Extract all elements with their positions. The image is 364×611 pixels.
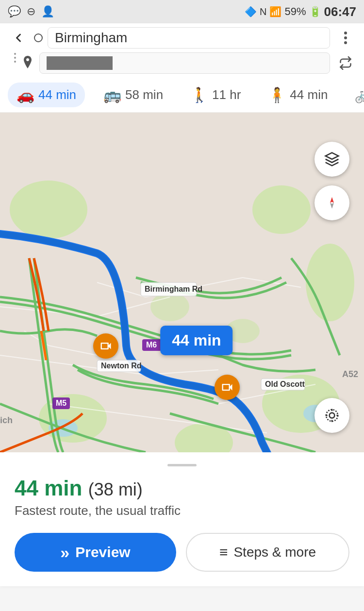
tab-car-label: 44 min xyxy=(38,87,76,102)
speed-camera-marker-2 xyxy=(215,375,240,400)
map-container[interactable]: Birmingham Rd Newton Rd Old Oscott M6 M5… xyxy=(0,113,364,452)
svg-point-5 xyxy=(252,185,311,234)
tab-bike[interactable]: 🚲 3 hr xyxy=(346,83,364,107)
svg-marker-53 xyxy=(330,197,334,203)
tab-walk[interactable]: 🚶 11 hr xyxy=(182,83,249,107)
svg-text:Birmingham Rd: Birmingham Rd xyxy=(145,285,202,293)
svg-point-6 xyxy=(306,244,354,321)
route-time-badge: 44 min xyxy=(160,326,232,355)
whatsapp-icon: 💬 xyxy=(8,5,21,18)
preview-label: Preview xyxy=(75,544,130,561)
drag-handle xyxy=(167,464,197,466)
bluetooth-icon: 🔷 xyxy=(245,6,257,17)
tab-car[interactable]: 🚗 44 min xyxy=(8,83,85,107)
battery-icon: 🔋 xyxy=(309,6,321,17)
transport-tabs: 🚗 44 min 🚌 58 min 🚶 11 hr 🧍 44 min 🚲 3 h… xyxy=(0,78,364,113)
map-svg: Birmingham Rd Newton Rd Old Oscott M6 M5… xyxy=(0,113,364,452)
svg-text:M5: M5 xyxy=(56,399,66,407)
svg-point-10 xyxy=(150,292,189,321)
battery-label: 59% xyxy=(284,5,306,18)
svg-text:M6: M6 xyxy=(146,341,157,349)
swap-button[interactable] xyxy=(335,52,356,74)
route-summary: 44 min (38 mi) xyxy=(15,476,349,500)
destination-input[interactable] xyxy=(39,52,330,74)
tab-bus[interactable]: 🚌 58 min xyxy=(95,83,172,107)
layers-button[interactable] xyxy=(314,142,349,177)
svg-text:Old Oscott: Old Oscott xyxy=(265,380,305,388)
steps-more-button[interactable]: ≡ Steps & more xyxy=(186,533,349,572)
svg-marker-52 xyxy=(326,153,339,159)
preview-icon: » xyxy=(60,543,69,562)
clock: 06:47 xyxy=(324,4,357,19)
contacts-icon: 👤 xyxy=(41,5,54,18)
signal-icon: 📶 xyxy=(269,6,281,17)
svg-text:A52: A52 xyxy=(342,369,358,379)
bus-icon: 🚌 xyxy=(103,86,121,103)
walk-icon: 🚶 xyxy=(190,86,208,103)
steps-icon: ≡ xyxy=(219,544,228,561)
route-time: 44 min xyxy=(15,476,82,500)
svg-point-1 xyxy=(344,36,347,39)
header xyxy=(0,23,364,78)
destination-pin-icon xyxy=(21,56,34,70)
route-description: Fastest route, the usual traffic xyxy=(15,503,349,518)
bike-icon: 🚲 xyxy=(355,86,364,103)
svg-marker-54 xyxy=(330,203,334,209)
route-distance: (38 mi) xyxy=(88,479,143,499)
tab-transit[interactable]: 🧍 44 min xyxy=(259,83,336,107)
nfc-icon: N xyxy=(260,6,266,17)
status-right: 🔷 N 📶 59% 🔋 06:47 xyxy=(245,4,356,19)
bottom-panel: 44 min (38 mi) Fastest route, the usual … xyxy=(0,452,364,586)
origin-circle-icon xyxy=(34,33,43,42)
status-icons-left: 💬 ⊖ 👤 xyxy=(8,5,54,18)
origin-input[interactable] xyxy=(48,27,330,49)
more-button[interactable] xyxy=(335,27,356,49)
steps-label: Steps & more xyxy=(233,545,316,560)
svg-text:ich: ich xyxy=(0,415,13,425)
route-connector xyxy=(14,52,16,63)
status-bar: 💬 ⊖ 👤 🔷 N 📶 59% 🔋 06:47 xyxy=(0,0,364,23)
transit-icon: 🧍 xyxy=(268,86,286,103)
tab-bus-label: 58 min xyxy=(125,87,163,102)
speed-camera-marker-1 xyxy=(93,333,118,359)
preview-button[interactable]: » Preview xyxy=(15,533,176,572)
compass-button[interactable] xyxy=(314,185,349,220)
action-buttons: » Preview ≡ Steps & more xyxy=(15,533,349,572)
destination-row xyxy=(21,52,356,74)
svg-point-0 xyxy=(344,32,347,34)
tab-walk-label: 11 hr xyxy=(212,87,241,102)
svg-point-56 xyxy=(326,410,338,421)
svg-point-4 xyxy=(10,181,87,239)
my-location-button[interactable] xyxy=(314,398,349,433)
minus-icon: ⊖ xyxy=(27,5,35,18)
svg-point-2 xyxy=(344,41,347,44)
svg-text:Newton Rd: Newton Rd xyxy=(101,362,142,370)
car-icon: 🚗 xyxy=(17,86,34,103)
back-button[interactable] xyxy=(8,27,29,49)
origin-row xyxy=(8,27,356,49)
tab-transit-label: 44 min xyxy=(290,87,328,102)
svg-point-55 xyxy=(330,413,335,418)
